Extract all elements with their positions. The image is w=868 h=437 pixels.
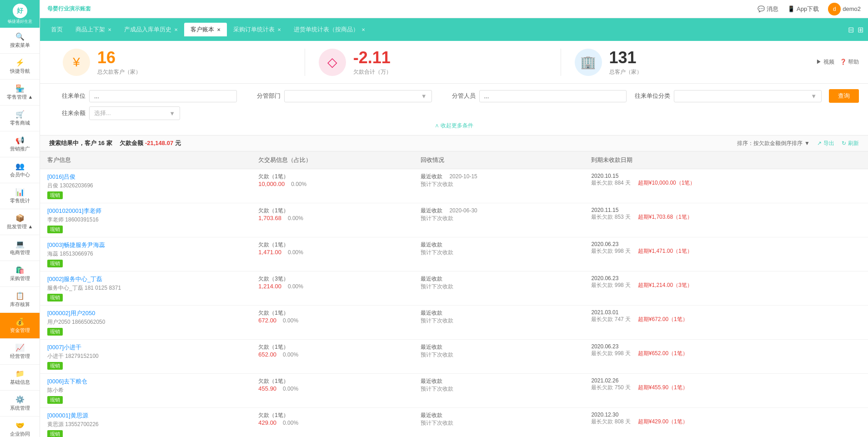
overdue-link-3[interactable]: 超期¥1,214.00（3笔） <box>638 282 692 288</box>
logo-subtitle: 畅捷通好生意 <box>8 19 32 24</box>
sidebar-item-marketing[interactable]: 📢 营销推广 <box>0 131 40 157</box>
customer-name-5[interactable]: [0007]小进干 <box>47 343 244 352</box>
sidebar-icon-ecommerce: 💻 <box>0 240 40 248</box>
cell-debt-2: 欠款（1笔） 1,471.00 0.00% <box>251 237 413 271</box>
debt-pct-1: 0.00% <box>288 215 303 221</box>
last-collect-date-1: 2020-06-30 <box>444 207 477 214</box>
sidebar-item-member[interactable]: 👥 会员中心 <box>0 157 40 183</box>
sidebar-item-inventory[interactable]: 📋 库存核算 <box>0 287 40 313</box>
sidebar-item-enterprise[interactable]: 🤝 企业协同 <box>0 417 40 437</box>
overdue-days-1: 最长欠款 853 天 <box>591 214 636 220</box>
result-prefix: 搜索结果中，客户 <box>49 140 96 146</box>
sidebar-label-enterprise: 企业协同 <box>0 431 40 437</box>
last-collect-label-1: 最近收款 <box>421 207 442 214</box>
source-unit-input[interactable]: ... <box>89 90 237 102</box>
customer-name-7[interactable]: [000001]黄思源 <box>47 412 244 420</box>
customer-name-0[interactable]: [0016]吕俊 <box>47 173 244 181</box>
customer-unit: 家 <box>106 140 112 146</box>
sidebar-item-quick_nav[interactable]: ⚡ 快捷导航 <box>0 54 40 80</box>
video-help-btn[interactable]: ▶ 视频 <box>816 58 834 66</box>
stat-total-customers: 🏢 131 总客户（家） <box>561 48 817 76</box>
dept-select[interactable]: ▼ <box>284 90 432 102</box>
tab-product_off[interactable]: 商品上下架✕ <box>69 23 118 36</box>
tab-inbound_stat[interactable]: 进货单统计表（按商品）✕ <box>287 23 371 36</box>
customer-name-2[interactable]: [0003]畅捷服务尹海蕊 <box>47 241 244 249</box>
filter-unit-category: 往来单位分类 ▼ <box>634 90 822 102</box>
sidebar-logo: 好 畅捷通好生意 <box>0 0 40 28</box>
overdue-link-0[interactable]: 超期¥10,000.00（1笔） <box>638 180 696 186</box>
sidebar-item-batch_mgmt[interactable]: 📦 批发管理 ▲ <box>0 209 40 235</box>
debt-count-1: 欠款（1笔） <box>258 207 406 215</box>
sidebar-icon-inventory: 📋 <box>0 291 40 300</box>
overdue-link-7[interactable]: 超期¥429.00（1笔） <box>638 418 688 425</box>
person-label: 分管人员 <box>439 92 476 100</box>
tab-close-inbound_stat[interactable]: ✕ <box>361 27 365 32</box>
maximize-icon[interactable]: ⊞ <box>858 25 863 34</box>
recovery-row2-4: 预计下次收款 <box>421 317 577 325</box>
sidebar-item-system[interactable]: ⚙️ 系统管理 <box>0 391 40 417</box>
balance-select[interactable]: 选择... ▼ <box>89 106 180 120</box>
tab-purchase_stat[interactable]: 采购订单统计表✕ <box>227 23 287 36</box>
recovery-row2-2: 预计下次收款 <box>421 249 577 256</box>
overdue-days-7: 最长欠款 808 天 <box>591 418 636 425</box>
sidebar-item-basic[interactable]: 📁 基础信息 <box>0 365 40 391</box>
overdue-link-2[interactable]: 超期¥1,471.00（1笔） <box>638 248 692 254</box>
tab-customer_account[interactable]: 客户账本✕ <box>184 23 227 36</box>
tab-product_history[interactable]: 产成品入库单历史✕ <box>118 23 184 36</box>
help-btn[interactable]: ❓ 帮助 <box>840 58 859 66</box>
person-input[interactable]: ... <box>479 90 627 102</box>
minimize-icon[interactable]: ⊟ <box>848 25 854 34</box>
user-avatar[interactable]: d demo2 <box>828 3 861 15</box>
export-button[interactable]: ↗ 导出 <box>817 140 834 147</box>
logo-icon: 好 <box>13 4 27 18</box>
sidebar-label-member: 会员中心 <box>0 171 40 178</box>
overdue-link-1[interactable]: 超期¥1,703.68（1笔） <box>638 214 692 220</box>
sidebar-item-ops[interactable]: 📈 经营管理 <box>0 339 40 365</box>
overdue-link-6[interactable]: 超期¥455.90（1笔） <box>638 384 688 391</box>
debt-count-0: 欠款（1笔） <box>258 173 406 181</box>
tab-close-product_off[interactable]: ✕ <box>108 27 111 32</box>
customer-tag-1: 现销 <box>47 226 63 233</box>
table-row: [0002]服务中心_丁磊 服务中心_丁磊 181 0125 8371 现销 欠… <box>40 271 868 306</box>
sidebar-item-purchase[interactable]: 🛍️ 采购管理 <box>0 261 40 287</box>
sidebar-icon-purchase: 🛍️ <box>0 266 40 274</box>
sort-label: 排序：按欠款金额倒序排序 <box>737 140 803 147</box>
search-button[interactable]: 查询 <box>829 89 859 103</box>
recovery-row1-2: 最近收款 <box>421 241 577 249</box>
tab-label-customer_account: 客户账本 <box>191 25 214 34</box>
customer-name-1[interactable]: [0001020001]李老师 <box>47 207 244 215</box>
sidebar-label-marketing: 营销推广 <box>0 146 40 152</box>
sidebar-item-retail_stat[interactable]: 📊 零售统计 <box>0 183 40 209</box>
sidebar-item-finance[interactable]: 💰 资金管理 <box>0 313 40 339</box>
collapse-filter-btn[interactable]: ∧ 收起更多条件 <box>49 120 859 131</box>
tab-home[interactable]: 首页 <box>45 23 69 36</box>
message-btn[interactable]: 💬 消息 <box>758 5 778 13</box>
sort-button[interactable]: 排序：按欠款金额倒序排序 ▼ <box>737 140 810 147</box>
tab-label-product_history: 产成品入库单历史 <box>124 25 171 34</box>
overdue-link-4[interactable]: 超期¥672.00（1笔） <box>638 316 688 322</box>
overdue-days-6: 最长欠款 750 天 <box>591 384 636 391</box>
overdue-days-2: 最长欠款 998 天 <box>591 248 636 254</box>
sidebar-item-ecommerce[interactable]: 💻 电商管理 <box>0 235 40 261</box>
unit-category-select[interactable]: ▼ <box>674 90 822 102</box>
sidebar-item-search[interactable]: 🔍 搜索菜单 <box>0 28 40 54</box>
tab-close-customer_account[interactable]: ✕ <box>217 27 221 32</box>
cell-recovery-7: 最近收款 预计下次收款 <box>413 408 584 437</box>
customer-name-3[interactable]: [0002]服务中心_丁磊 <box>47 275 244 283</box>
refresh-button[interactable]: ↻ 刷新 <box>842 140 859 147</box>
unit-cat-arrow-icon: ▼ <box>811 93 817 100</box>
cell-debt-0: 欠款（1笔） 10,000.00 0.00% <box>251 169 413 203</box>
debt-amount-3: 1,214.00 <box>258 283 281 290</box>
cell-recovery-0: 最近收款 2020-10-15 预计下次收款 <box>413 169 584 203</box>
debt-info-4: 672.00 0.00% <box>258 317 406 324</box>
th-overdue: 到期未收款日期 <box>584 151 868 169</box>
customer-name-6[interactable]: [0006]去下粮仓 <box>47 377 244 386</box>
sidebar-item-retail_mall[interactable]: 🛒 零售商城 <box>0 105 40 131</box>
tab-close-purchase_stat[interactable]: ✕ <box>277 27 281 32</box>
sidebar-icon-finance: 💰 <box>0 317 40 326</box>
tab-close-product_history[interactable]: ✕ <box>174 27 178 32</box>
app-download-btn[interactable]: 📱 App下载 <box>788 5 819 13</box>
sidebar-item-retail_mgmt[interactable]: 🏪 零售管理 ▲ <box>0 80 40 105</box>
overdue-link-5[interactable]: 超期¥652.00（1笔） <box>638 350 688 357</box>
customer-name-4[interactable]: [000002]用户2050 <box>47 309 244 317</box>
